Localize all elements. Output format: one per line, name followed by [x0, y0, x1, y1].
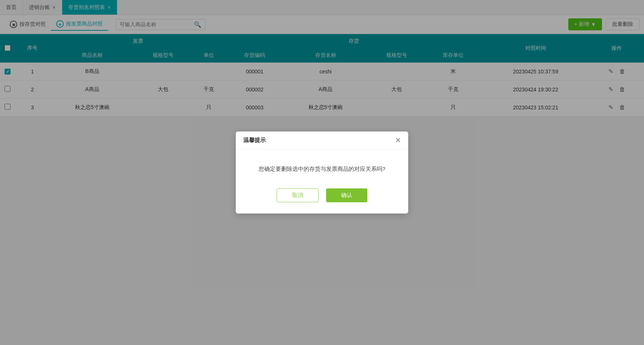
overlay: 温馨提示 ✕ 您确定要删除选中的存货与发票商品的对应关系吗? 取消 确认	[0, 0, 644, 116]
